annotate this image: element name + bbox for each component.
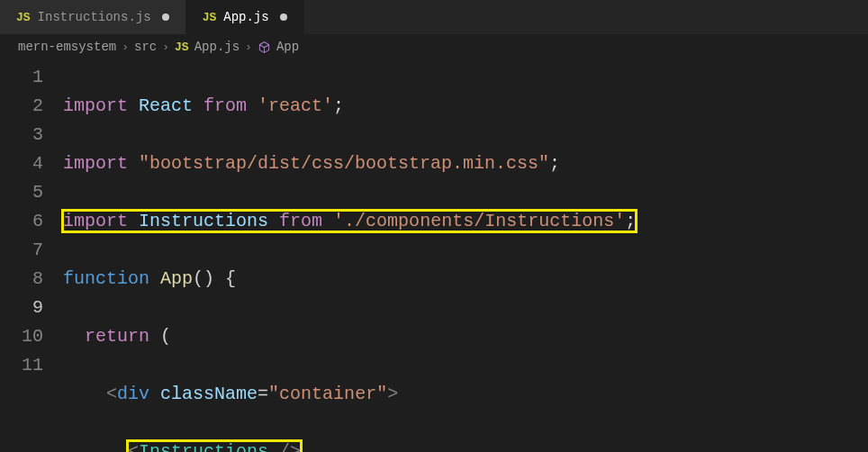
breadcrumb-item[interactable]: App.js [194,40,240,54]
tab-label: Instructions.js [38,10,151,24]
code-content[interactable]: import React from 'react'; import "boots… [63,63,868,452]
highlight-box: import Instructions from './components/I… [63,211,636,231]
tab-instructions[interactable]: JS Instructions.js [0,0,186,34]
breadcrumb-item[interactable]: App [276,40,299,54]
code-editor[interactable]: 1 2 3 4 5 6 7 8 9 10 11 import React fro… [0,59,868,452]
highlight-box: <Instructions /> [128,441,301,452]
breadcrumb-item[interactable]: mern-emsystem [18,40,116,54]
chevron-right-icon: › [162,41,169,54]
symbol-icon [258,41,271,54]
javascript-icon: JS [175,41,189,54]
dirty-dot-icon [162,14,169,21]
code-line[interactable]: <Instructions /> [63,438,868,452]
tab-app[interactable]: JS App.js [186,0,304,34]
code-line[interactable]: import React from 'react'; [63,92,868,121]
code-line[interactable]: import Instructions from './components/I… [63,207,868,236]
tab-bar: JS Instructions.js JS App.js [0,0,868,34]
breadcrumb[interactable]: mern-emsystem › src › JS App.js › App [0,34,868,59]
chevron-right-icon: › [122,41,129,54]
tab-label: App.js [223,10,268,24]
breadcrumb-item[interactable]: src [134,40,157,54]
code-line[interactable]: return ( [63,322,868,351]
javascript-icon: JS [16,11,31,24]
code-line[interactable]: <div className="container"> [63,380,868,409]
line-gutter: 1 2 3 4 5 6 7 8 9 10 11 [0,63,63,452]
dirty-dot-icon [280,14,287,21]
javascript-icon: JS [203,11,217,24]
chevron-right-icon: › [245,41,252,54]
code-line[interactable]: function App() { [63,265,868,294]
code-line[interactable]: import "bootstrap/dist/css/bootstrap.min… [63,149,868,178]
